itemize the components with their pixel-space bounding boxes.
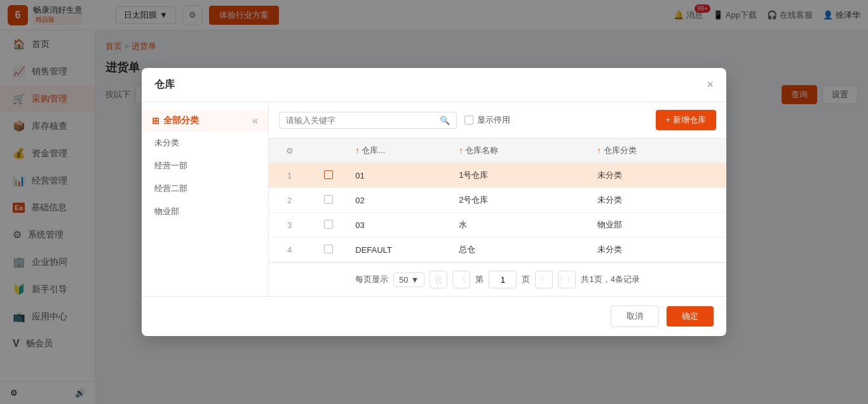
- row-category: 未分类: [588, 163, 726, 188]
- next-page-button[interactable]: 〉: [535, 271, 553, 288]
- col-header-category: ↑ 仓库分类: [588, 138, 726, 163]
- total-info: 共1页，4条记录: [581, 274, 639, 285]
- category-item-property[interactable]: 物业部: [142, 200, 268, 223]
- sort-icon2: ↑: [459, 145, 463, 155]
- show-disabled-checkbox[interactable]: 显示停用: [465, 114, 510, 126]
- category-item-ops2[interactable]: 经营二部: [142, 177, 268, 200]
- modal-body: ⊞ 全部分类 « 未分类 经营一部 经营二部 物业部 🔍: [142, 102, 726, 296]
- row-checkbox[interactable]: [310, 188, 346, 213]
- table-row[interactable]: 1 01 1号仓库 未分类: [269, 163, 726, 188]
- row-category: 未分类: [588, 238, 726, 262]
- row-name: 2号仓库: [450, 188, 588, 213]
- row-code: 03: [346, 213, 450, 238]
- table-row[interactable]: 3 03 水 物业部: [269, 213, 726, 238]
- row-name: 水: [450, 213, 588, 238]
- collapse-button[interactable]: «: [252, 115, 258, 126]
- page-label: 第: [475, 274, 484, 285]
- search-input-wrap: 🔍: [279, 112, 457, 129]
- row-category: 物业部: [588, 213, 726, 238]
- search-input[interactable]: [286, 116, 436, 125]
- row-checkbox[interactable]: [310, 213, 346, 238]
- col-header-name: ↑ 仓库名称: [450, 138, 588, 163]
- row-category: 未分类: [588, 188, 726, 213]
- warehouse-table: ⚙ ↑ 仓库... ↑ 仓库名称: [269, 138, 726, 262]
- modal-overlay: 仓库 × ⊞ 全部分类 « 未分类 经营一部 经营二部 物业部: [0, 0, 868, 404]
- modal-header: 仓库 ×: [142, 68, 726, 102]
- row-code: 01: [346, 163, 450, 188]
- table-row[interactable]: 2 02 2号仓库 未分类: [269, 188, 726, 213]
- table-wrap: ⚙ ↑ 仓库... ↑ 仓库名称: [269, 138, 726, 262]
- last-page-button[interactable]: 〉〉: [558, 271, 576, 288]
- sort-icon: ↑: [355, 145, 360, 155]
- checkbox-icon: [465, 116, 473, 125]
- col-header-gear[interactable]: ⚙: [269, 138, 310, 163]
- modal-close-button[interactable]: ×: [707, 78, 714, 91]
- prev-page-button[interactable]: 〈: [452, 271, 470, 288]
- modal-footer: 取消 确定: [142, 296, 726, 336]
- table-row[interactable]: 4 DEFAULT 总仓 未分类: [269, 238, 726, 262]
- row-seq: 3: [269, 213, 310, 238]
- content-panel: 🔍 显示停用 + 新增仓库 ⚙: [269, 102, 726, 296]
- row-checkbox[interactable]: [310, 163, 346, 188]
- confirm-button[interactable]: 确定: [667, 306, 714, 327]
- col-header-code: ↑ 仓库...: [346, 138, 450, 163]
- category-panel: ⊞ 全部分类 « 未分类 经营一部 经营二部 物业部: [142, 102, 269, 296]
- category-item-unclassified[interactable]: 未分类: [142, 131, 268, 154]
- row-code: DEFAULT: [346, 238, 450, 262]
- cancel-button[interactable]: 取消: [611, 306, 659, 327]
- sort-icon3: ↑: [597, 145, 602, 155]
- row-seq: 4: [269, 238, 310, 262]
- row-code: 02: [346, 188, 450, 213]
- page-suffix: 页: [522, 274, 530, 285]
- row-seq: 1: [269, 163, 310, 188]
- per-page-label: 每页显示: [355, 274, 388, 285]
- grid-icon: ⊞: [152, 116, 159, 126]
- category-item-ops1[interactable]: 经营一部: [142, 154, 268, 177]
- add-warehouse-button[interactable]: + 新增仓库: [656, 110, 716, 130]
- category-all-label[interactable]: ⊞ 全部分类: [152, 115, 199, 126]
- pagination: 每页显示 50 ▼ ⟨⟨ 〈 第 页 〉 〉〉 共1页，4条记录: [269, 262, 726, 296]
- col-header-checkbox: [310, 138, 346, 163]
- first-page-button[interactable]: ⟨⟨: [430, 271, 447, 288]
- warehouse-modal: 仓库 × ⊞ 全部分类 « 未分类 经营一部 经营二部 物业部: [142, 68, 726, 336]
- row-checkbox[interactable]: [310, 238, 346, 262]
- modal-title: 仓库: [154, 78, 175, 91]
- search-icon[interactable]: 🔍: [440, 116, 450, 125]
- category-header: ⊞ 全部分类 «: [142, 110, 268, 131]
- per-page-select[interactable]: 50 ▼: [393, 273, 424, 287]
- page-number-input[interactable]: [489, 271, 517, 288]
- chevron-down-icon: ▼: [411, 275, 419, 285]
- row-seq: 2: [269, 188, 310, 213]
- row-name: 总仓: [450, 238, 588, 262]
- row-name: 1号仓库: [450, 163, 588, 188]
- search-bar: 🔍 显示停用 + 新增仓库: [269, 102, 726, 138]
